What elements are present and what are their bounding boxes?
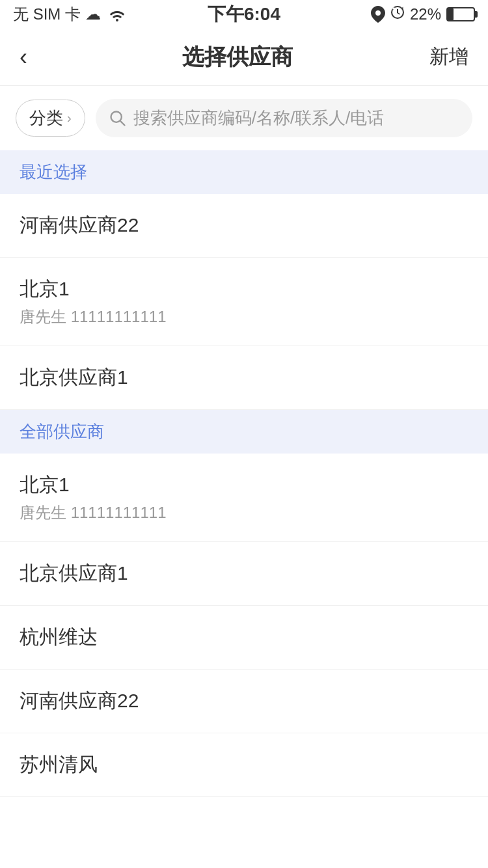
item-name: 北京供应商1 — [20, 364, 468, 391]
sections-container: 最近选择河南供应商22北京1唐先生 11111111111北京供应商1全部供应商… — [0, 150, 488, 797]
list-item[interactable]: 北京1唐先生 11111111111 — [0, 258, 488, 346]
battery-percent: 22% — [410, 5, 441, 23]
battery-icon — [446, 7, 475, 21]
location-icon — [371, 6, 385, 23]
item-name: 苏州清风 — [20, 752, 468, 778]
item-name: 杭州维达 — [20, 624, 468, 651]
wifi-icon — [107, 7, 127, 21]
section-header-recent: 最近选择 — [0, 150, 488, 194]
category-filter-button[interactable]: 分类 › — [16, 100, 85, 137]
list-item[interactable]: 北京供应商1 — [0, 346, 488, 410]
section-header-all: 全部供应商 — [0, 410, 488, 454]
item-name: 北京供应商1 — [20, 560, 468, 587]
list-item[interactable]: 河南供应商22 — [0, 670, 488, 733]
alarm-icon — [390, 6, 405, 23]
item-name: 河南供应商22 — [20, 212, 468, 239]
svg-line-1 — [120, 121, 124, 125]
status-right: 22% — [371, 5, 475, 23]
status-time: 下午6:04 — [208, 2, 280, 27]
item-name: 北京1 — [20, 472, 468, 498]
status-bar: 无 SIM 卡 ☁ 下午6:04 22% — [0, 0, 488, 29]
list-item[interactable]: 河南供应商22 — [0, 194, 488, 258]
search-icon — [109, 109, 127, 128]
list-item[interactable]: 苏州清风 — [0, 733, 488, 797]
search-placeholder: 搜索供应商编码/名称/联系人/电话 — [133, 107, 385, 129]
nav-bar: ‹ 选择供应商 新增 — [0, 29, 488, 86]
list-item[interactable]: 北京供应商1 — [0, 542, 488, 606]
item-name: 河南供应商22 — [20, 688, 468, 714]
list-item[interactable]: 杭州维达 — [0, 606, 488, 670]
item-sub: 唐先生 11111111111 — [20, 502, 468, 523]
item-name: 北京1 — [20, 276, 468, 303]
no-sim-label: 无 SIM 卡 ☁ — [13, 4, 101, 25]
status-left: 无 SIM 卡 ☁ — [13, 4, 127, 25]
back-button[interactable]: ‹ — [20, 44, 59, 71]
chevron-icon: › — [67, 111, 72, 126]
search-input-box[interactable]: 搜索供应商编码/名称/联系人/电话 — [96, 99, 472, 137]
add-button[interactable]: 新增 — [416, 44, 468, 70]
category-label: 分类 — [29, 107, 63, 129]
filter-bar: 分类 › 搜索供应商编码/名称/联系人/电话 — [0, 86, 488, 150]
item-sub: 唐先生 11111111111 — [20, 306, 468, 327]
list-item[interactable]: 北京1唐先生 11111111111 — [0, 454, 488, 542]
page-title: 选择供应商 — [182, 42, 293, 72]
